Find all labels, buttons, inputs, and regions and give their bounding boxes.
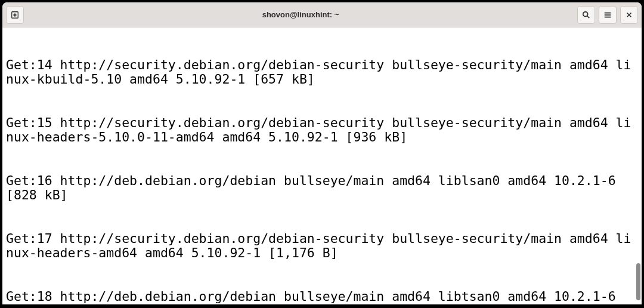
terminal-line: Get:17 http://security.debian.org/debian… (6, 232, 638, 261)
terminal-line: Get:16 http://deb.debian.org/debian bull… (6, 174, 638, 203)
scrollbar-thumb[interactable] (636, 263, 640, 300)
scrollbar[interactable] (634, 27, 642, 304)
search-button[interactable] (577, 6, 595, 24)
new-tab-button[interactable] (6, 6, 24, 24)
terminal-area[interactable]: Get:14 http://security.debian.org/debian… (2, 27, 642, 304)
titlebar-right (577, 6, 638, 24)
titlebar-left (6, 6, 24, 24)
menu-button[interactable] (599, 6, 617, 24)
terminal-line: Get:18 http://deb.debian.org/debian bull… (6, 289, 638, 304)
terminal-window: shovon@linuxhint: ~ (2, 2, 642, 304)
svg-line-4 (587, 16, 590, 18)
close-icon (625, 11, 633, 19)
terminal-line: Get:15 http://security.debian.org/debian… (6, 116, 638, 145)
close-button[interactable] (620, 6, 638, 24)
hamburger-icon (603, 11, 612, 19)
terminal-line: Get:14 http://security.debian.org/debian… (6, 58, 638, 87)
new-tab-icon (11, 11, 19, 19)
titlebar: shovon@linuxhint: ~ (2, 2, 642, 27)
search-icon (582, 11, 590, 19)
svg-point-3 (583, 11, 588, 16)
window-title: shovon@linuxhint: ~ (24, 10, 577, 19)
terminal-content: Get:14 http://security.debian.org/debian… (6, 29, 638, 304)
